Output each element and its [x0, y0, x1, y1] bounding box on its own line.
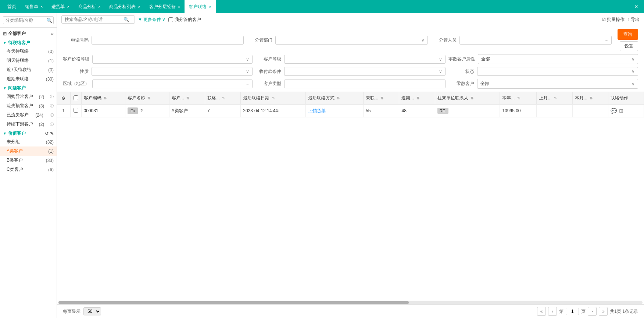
sidebar-item-tomorrow-contact[interactable]: 明天待联络 (1) [0, 56, 57, 65]
sidebar-item-churn-warning[interactable]: 流失预警客户 (3) ⓘ [0, 101, 57, 110]
nav-customer-contact[interactable]: 客户联络 × [185, 0, 215, 13]
col-settings[interactable]: ⚙ [57, 92, 70, 105]
nav-purchase[interactable]: 进货单 × [47, 0, 74, 13]
nav-home[interactable]: 首页 [3, 0, 21, 13]
sidebar-collapse-icon[interactable]: « [51, 31, 54, 37]
close-purchase-tab[interactable]: × [67, 4, 69, 9]
region-select[interactable]: ··· [92, 80, 253, 88]
nature-field: 性质 ∨ [63, 67, 253, 76]
sort-icon5[interactable]: ⇅ [272, 96, 275, 100]
sort-icon8[interactable]: ⇅ [416, 96, 419, 100]
region-field: 区域（地区） ··· [63, 80, 253, 88]
close-product-list-tab[interactable]: × [138, 4, 140, 9]
payment-select[interactable]: ∨ [284, 67, 445, 76]
col-this-month-label: 本月... [575, 95, 587, 100]
sort-icon9[interactable]: ⇅ [471, 96, 473, 100]
retail-attr-select[interactable]: 全部 ∨ [478, 54, 638, 64]
export-button[interactable]: ↑ 导出 [627, 17, 640, 23]
last-page-button[interactable]: » [599, 307, 608, 316]
sidebar-item-class-b[interactable]: B类客户 (33) [0, 156, 57, 165]
sort-icon4[interactable]: ⇅ [222, 96, 225, 100]
sidebar-item-unclassified[interactable]: 未分组 (32) [0, 137, 57, 146]
first-page-button[interactable]: « [537, 307, 546, 316]
filter-actions: 查询 设置 [618, 29, 638, 51]
nav-customer-segment[interactable]: 客户分层经营 × [145, 0, 185, 13]
sidebar-item-churned[interactable]: 已流失客户 (24) ⓘ [0, 110, 57, 120]
sort-icon10[interactable]: ⇅ [517, 96, 520, 100]
close-customer-contact-tab[interactable]: × [209, 4, 211, 9]
scrollbar-thumb [58, 301, 409, 304]
col-name: 客户名称 ⇅ [125, 92, 169, 105]
settings-button[interactable]: 设置 [620, 41, 638, 51]
edit-icon[interactable]: ✎ [50, 131, 54, 136]
section-pending-contact[interactable]: ▼ 待联络客户 [0, 38, 57, 47]
manager-input[interactable]: ··· [459, 36, 612, 45]
page-number-input[interactable] [566, 308, 579, 315]
sort-icon3[interactable]: ⇅ [186, 96, 189, 100]
close-sales-tab[interactable]: × [40, 4, 43, 9]
sort-icon7[interactable]: ⇅ [380, 96, 383, 100]
qr-action-icon[interactable]: ⊞ [619, 108, 623, 114]
contact-method-link[interactable]: 下销货单 [308, 108, 326, 113]
section-problem-customers[interactable]: ▼ 问题客户 [0, 84, 57, 92]
scrollbar-track [58, 301, 643, 304]
batch-operation-button[interactable]: ☑ 批量操作 [602, 17, 625, 23]
per-page-select[interactable]: 50 [83, 307, 101, 315]
advanced-filter: 电话号码 分管部门 ∨ 分管人员 [57, 26, 644, 92]
close-customer-segment-tab[interactable]: × [178, 4, 180, 9]
sidebar-item-today-contact[interactable]: 今天待联络 (0) [0, 47, 57, 56]
customer-type-input[interactable] [284, 80, 445, 88]
row-contact-count: 7 [205, 105, 240, 117]
nav-product-list[interactable]: 商品分析列表 × [105, 0, 144, 13]
col-code: 客户编码 ⇅ [81, 92, 125, 105]
batch-icon: ☑ [602, 17, 606, 22]
payment-field: 收付款条件 ∨ [255, 67, 445, 76]
col-uncontacted: 未联... ⇅ [364, 92, 399, 105]
sort-icon2[interactable]: ⇅ [147, 96, 150, 100]
search-input[interactable] [65, 17, 124, 22]
chevron-down-icon2: ∨ [421, 38, 425, 43]
action-buttons: 💬 ⊞ [611, 108, 641, 114]
sidebar-item-repurchase-abnormal[interactable]: 回购异常客户 (2) ⓘ [0, 92, 57, 101]
more-conditions-button[interactable]: ▼ 更多条件 ∨ [138, 17, 165, 23]
customer-level-select[interactable]: ∨ [284, 55, 445, 64]
col-actions-label: 联络动作 [611, 95, 628, 100]
close-product-analysis-tab[interactable]: × [98, 4, 100, 9]
sort-icon11[interactable]: ⇅ [554, 96, 557, 100]
chevron-down-icon7: ∨ [439, 69, 442, 74]
horizontal-scrollbar[interactable] [57, 300, 644, 304]
retail-customer-select[interactable]: 全部 ∨ [477, 79, 638, 89]
price-level-select[interactable]: ∨ [92, 55, 253, 64]
col-method-label: 最后联络方式 [308, 95, 334, 100]
nature-select[interactable]: ∨ [92, 67, 253, 76]
sidebar-search-icon: 🔍 [46, 18, 52, 23]
section-value-customers[interactable]: ▼ 价值客户 ↺ ✎ [0, 129, 57, 137]
phone-input[interactable] [92, 36, 244, 45]
message-action-icon[interactable]: 💬 [611, 108, 617, 114]
row-index: 1 [57, 105, 70, 117]
nav-product-analysis[interactable]: 商品分析 × [74, 0, 105, 13]
sidebar-item-class-a[interactable]: A类客户 (1) [0, 146, 57, 156]
sidebar-item-7day-contact[interactable]: 近7天待联络 (0) [0, 65, 57, 74]
next-page-button[interactable]: › [588, 307, 597, 316]
main-layout: 🔍 ⊞ 全部客户 « ▼ 待联络客户 今天待联络 (0) 明天待联络 (1) 近… [0, 13, 644, 318]
department-select[interactable]: ∨ [275, 36, 427, 45]
row-checkbox[interactable] [74, 108, 78, 113]
select-all-checkbox[interactable] [74, 95, 78, 100]
sort-icon12[interactable]: ⇅ [590, 96, 593, 100]
dots-icon: ··· [605, 38, 608, 43]
sort-icon6[interactable]: ⇅ [337, 96, 340, 100]
sort-icon[interactable]: ⇅ [104, 96, 107, 100]
search-button[interactable]: 查询 [618, 29, 638, 40]
sidebar-item-overdue-contact[interactable]: 逾期未联络 (30) [0, 74, 57, 84]
refresh-icon[interactable]: ↺ [45, 131, 49, 136]
sidebar-item-declining[interactable]: 持续下滑客户 (2) ⓘ [0, 120, 57, 129]
window-close-button[interactable]: × [631, 3, 641, 11]
status-select[interactable]: ∨ [477, 67, 638, 76]
nav-sales[interactable]: 销售单 × [21, 0, 47, 13]
my-customers-checkbox[interactable] [168, 17, 173, 22]
row-last-contact-date: 2023-04-12 14:44: [241, 105, 305, 117]
pagination-bar: 每页显示 50 « ‹ 第 页 › » 共1页 1条记录 [57, 304, 644, 318]
sidebar-item-class-c[interactable]: C类客户 (6) [0, 165, 57, 174]
prev-page-button[interactable]: ‹ [548, 307, 557, 316]
